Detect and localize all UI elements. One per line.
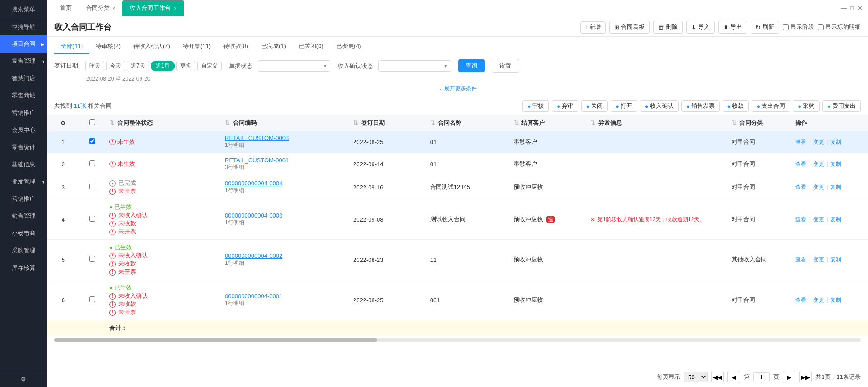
search-button[interactable]: 查询 [458, 59, 485, 72]
scrollbar-thumb[interactable] [54, 338, 377, 342]
sidebar-item-basic[interactable]: 基础信息 [0, 156, 47, 173]
contract-code-link[interactable]: RETAIL_CUSTOM-0003 [225, 135, 289, 141]
col-header-gear[interactable]: ⚙ [47, 115, 79, 131]
view-link[interactable]: 查看 [795, 297, 806, 303]
view-link[interactable]: 查看 [795, 161, 806, 167]
audit-button[interactable]: ● 审核 [522, 100, 549, 112]
close-window-button[interactable]: ✕ [858, 5, 863, 11]
edit-link[interactable]: 变更 [813, 256, 824, 263]
sidebar-nav[interactable]: 快捷导航 [0, 19, 47, 35]
view-link[interactable]: 查看 [795, 256, 806, 263]
copy-link[interactable]: 复制 [830, 184, 841, 190]
export-button[interactable]: ⬆ 导出 [718, 21, 747, 34]
show-details-checkbox[interactable]: 显示标的明细 [818, 23, 861, 31]
filter-tab-pending-payment[interactable]: 待收款(8) [217, 39, 255, 54]
edit-link[interactable]: 变更 [813, 297, 824, 303]
income-confirm-button[interactable]: ● 收入确认 [640, 100, 679, 112]
last-page-button[interactable]: ▶▶ [799, 371, 812, 383]
setting-button[interactable]: 设置 [492, 59, 519, 73]
expenditure-button[interactable]: ● 支出合同 [752, 100, 790, 112]
close-icon[interactable]: × [112, 5, 115, 11]
copy-link[interactable]: 复制 [830, 297, 841, 303]
tab-home[interactable]: 首页 [53, 0, 79, 16]
purchase-button[interactable]: ● 采购 [793, 100, 820, 112]
import-button[interactable]: ⬇ 导入 [686, 21, 715, 34]
contract-code-link[interactable]: 0000000000004-0004 [225, 180, 282, 187]
doc-status-select[interactable] [258, 60, 330, 72]
first-page-button[interactable]: ◀◀ [711, 371, 724, 383]
tab-contract-category[interactable]: 合同分类 × [79, 0, 122, 16]
close-contract-button[interactable]: ● 关闭 [581, 100, 608, 112]
prev-page-button[interactable]: ◀ [727, 371, 740, 383]
maximize-button[interactable]: □ [850, 5, 854, 11]
per-page-select[interactable]: 50 100 [684, 372, 708, 382]
sidebar-item-xiaochangec[interactable]: 小畅电商 [0, 225, 47, 242]
contract-code-link[interactable]: 0000000000004-0002 [225, 252, 282, 259]
sidebar-item-project[interactable]: 项目合同 ▶ [0, 35, 47, 53]
today-btn[interactable]: 今天 [106, 61, 125, 71]
new-button[interactable]: + 新增 [580, 21, 606, 34]
filter-tab-all[interactable]: 全部(11) [54, 39, 89, 54]
sidebar-item-purchase[interactable]: 采购管理 [0, 242, 47, 259]
filter-tab-pending-audit[interactable]: 待审核(2) [89, 39, 127, 54]
delete-button[interactable]: 🗑 删除 [653, 21, 683, 34]
sidebar-item-sales[interactable]: 销售管理 [0, 208, 47, 225]
view-link[interactable]: 查看 [795, 184, 806, 190]
row-checkbox[interactable] [79, 175, 105, 199]
sidebar-item-member[interactable]: 会员中心 [0, 121, 47, 139]
minimize-button[interactable]: — [841, 5, 847, 11]
abandon-button[interactable]: ● 弃审 [552, 100, 578, 112]
copy-link[interactable]: 复制 [830, 161, 841, 167]
view-link[interactable]: 查看 [795, 216, 806, 223]
last1month-btn[interactable]: 近1月 [151, 61, 175, 71]
refresh-button[interactable]: ↻ 刷新 [751, 21, 779, 34]
filter-tab-pending-invoice[interactable]: 待开票(11) [176, 39, 217, 54]
print-button[interactable]: ● 打开 [611, 100, 637, 112]
row-checkbox[interactable] [79, 240, 105, 280]
sidebar-search[interactable]: 搜索菜单 [0, 0, 47, 19]
copy-link[interactable]: 复制 [830, 256, 841, 263]
collect-button[interactable]: ● 收款 [723, 100, 749, 112]
horizontal-scrollbar[interactable] [47, 336, 868, 343]
more-btn[interactable]: 更多 [176, 61, 195, 71]
view-link[interactable]: 查看 [795, 139, 806, 145]
filter-tab-completed[interactable]: 已完成(1) [255, 39, 292, 54]
select-all-checkbox[interactable] [89, 119, 95, 125]
filter-tab-pending-confirm[interactable]: 待收入确认(7) [127, 39, 176, 54]
tab-income-workbench[interactable]: 收入合同工作台 × [122, 0, 184, 16]
last7-btn[interactable]: 近7天 [127, 61, 149, 71]
sidebar-item-mkt2[interactable]: 营销推广 [0, 190, 47, 208]
gear-icon[interactable]: ⚙ [60, 120, 66, 126]
contract-code-link[interactable]: 0000000000004-0001 [225, 293, 282, 300]
filter-tab-closed[interactable]: 已关闭(0) [292, 39, 330, 54]
contract-code-link[interactable]: RETAIL_CUSTOM-0001 [225, 157, 289, 164]
contract-code-link[interactable]: 0000000000004-0003 [225, 212, 282, 219]
row-checkbox[interactable] [79, 280, 105, 320]
filter-tab-changed[interactable]: 已变更(4) [330, 39, 368, 54]
sidebar-item-marketing[interactable]: 营销推广 [0, 104, 47, 121]
row-checkbox[interactable] [79, 199, 105, 240]
sidebar-item-stats[interactable]: 零售统计 [0, 139, 47, 156]
sidebar-item-inventory[interactable]: 库存核算 [0, 259, 47, 276]
sales-invoice-button[interactable]: ● 销售发票 [681, 100, 720, 112]
copy-link[interactable]: 复制 [830, 139, 841, 145]
edit-link[interactable]: 变更 [813, 216, 824, 223]
contract-board-button[interactable]: ⊞ 合同看板 [609, 21, 650, 34]
edit-link[interactable]: 变更 [813, 161, 824, 167]
settings-icon[interactable]: ⚙ [0, 371, 47, 387]
col-header-check[interactable] [79, 115, 105, 131]
next-page-button[interactable]: ▶ [783, 371, 795, 383]
sidebar-item-wholesale[interactable]: 批发管理 ▾ [0, 173, 47, 190]
sidebar-item-smart-store[interactable]: 智慧门店 [0, 70, 47, 87]
edit-link[interactable]: 变更 [813, 139, 824, 145]
expand-conditions-btn[interactable]: ⌄ 展开更多条件 [435, 83, 480, 93]
edit-link[interactable]: 变更 [813, 184, 824, 190]
sidebar-item-online-store[interactable]: 零售商城 [0, 87, 47, 104]
row-checkbox[interactable] [79, 153, 105, 175]
expense-button[interactable]: ● 费用支出 [822, 100, 861, 112]
row-checkbox[interactable] [79, 131, 105, 153]
show-stages-checkbox[interactable]: 显示阶段 [783, 23, 814, 31]
close-icon[interactable]: × [174, 5, 176, 11]
yesterday-btn[interactable]: 昨天 [85, 61, 104, 71]
copy-link[interactable]: 复制 [830, 216, 841, 223]
